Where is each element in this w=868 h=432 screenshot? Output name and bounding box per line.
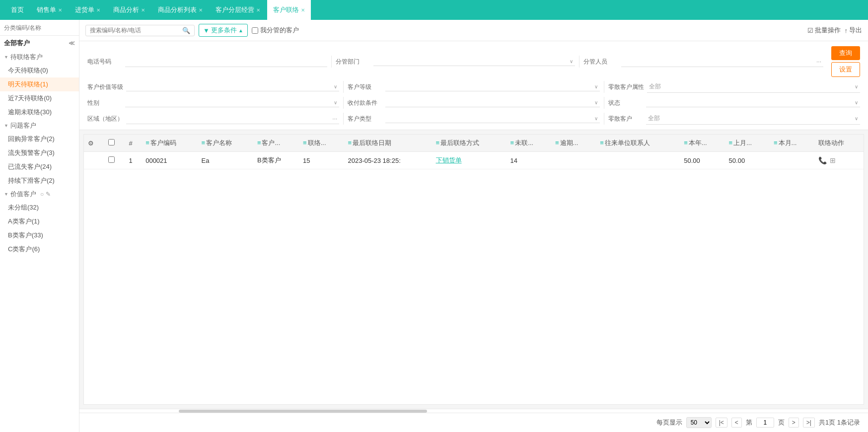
phone-action-icon[interactable]: 📞 — [818, 156, 827, 164]
sidebar-item-churn-warning[interactable]: 流失预警客户(3) — [0, 146, 79, 160]
sidebar-item-classC[interactable]: C类客户(6) — [0, 242, 79, 256]
page-input[interactable] — [756, 418, 774, 428]
first-page-btn[interactable]: |< — [716, 418, 727, 428]
divider-2 — [579, 56, 579, 68]
export-btn[interactable]: ↑ 导出 — [845, 26, 863, 35]
page-size-select[interactable]: 50 100 200 — [686, 417, 712, 428]
next-page-btn[interactable]: > — [789, 418, 799, 428]
sidebar-item-overdue[interactable]: 逾期未联络(30) — [0, 105, 79, 119]
query-btn[interactable]: 查询 — [831, 46, 860, 60]
retail-customer-select[interactable]: 全部∨ — [646, 113, 860, 125]
phone-input[interactable] — [125, 57, 327, 67]
col-contact[interactable]: ≡联络... — [299, 135, 344, 152]
batch-op-icon: ☑ — [807, 27, 813, 34]
customer-table: ⚙ # ≡客户编码 ≡客户名称 ≡客户... ≡联络... ≡最后联络日期 ≡最… — [84, 135, 864, 169]
filter-manager: 分管人员 ··· — [583, 57, 823, 67]
dept-select[interactable]: ∨ — [373, 57, 576, 66]
batch-op-btn[interactable]: ☑ 批量操作 — [807, 26, 841, 35]
col-overdue[interactable]: ≡逾期... — [551, 135, 596, 152]
last-method-link[interactable]: 下销货单 — [436, 156, 462, 164]
main-search-box[interactable]: 🔍 — [85, 25, 195, 36]
nav-sales-close[interactable]: ✕ — [58, 7, 62, 13]
nav-customer-contact[interactable]: 客户联络 ✕ — [267, 0, 311, 20]
nav-customer-contact-close[interactable]: ✕ — [301, 7, 305, 13]
manager-select[interactable]: ··· — [621, 57, 823, 67]
payment-select[interactable]: ∨ — [385, 98, 599, 107]
nav-customer-layer-close[interactable]: ✕ — [256, 7, 260, 13]
total-records: 共1页 1条记录 — [819, 418, 860, 427]
my-customers-checkbox[interactable] — [252, 27, 258, 34]
table-header-row: ⚙ # ≡客户编码 ≡客户名称 ≡客户... ≡联络... ≡最后联络日期 ≡最… — [84, 135, 864, 152]
nav-purchase-close[interactable]: ✕ — [96, 7, 100, 13]
horizontal-scrollbar[interactable] — [79, 409, 868, 413]
main-search-input[interactable] — [90, 27, 180, 34]
col-settings[interactable]: ⚙ — [84, 135, 104, 152]
nav-home[interactable]: 首页 — [5, 0, 30, 20]
nav-analysis-list-close[interactable]: ✕ — [199, 7, 203, 13]
col-last-method[interactable]: ≡最后联络方式 — [432, 135, 506, 152]
sidebar-search-box[interactable]: 🔍 — [0, 20, 79, 36]
sidebar-item-7days[interactable]: 近7天待联络(0) — [0, 91, 79, 105]
prev-page-btn[interactable]: < — [731, 418, 742, 428]
all-customers-header[interactable]: 全部客户 ≪ — [0, 36, 79, 51]
sidebar-item-tomorrow[interactable]: 明天待联络(1) — [0, 77, 79, 91]
sidebar-item-declining[interactable]: 持续下滑客户(2) — [0, 174, 79, 188]
nav-purchase[interactable]: 进货单 ✕ — [69, 0, 106, 20]
region-select[interactable]: ··· — [126, 114, 339, 124]
status-label: 状态 — [608, 99, 643, 107]
filter-phone: 电话号码 — [87, 57, 327, 67]
nav-analysis-list[interactable]: 商品分析列表 ✕ — [152, 0, 209, 20]
customer-level-select[interactable]: ∨ — [385, 82, 599, 91]
scrollbar-thumb[interactable] — [179, 410, 427, 413]
problem-customers-group[interactable]: 问题客户 — [0, 119, 79, 132]
value-customers-group[interactable]: 价值客户 ○ ✎ — [0, 188, 79, 201]
batch-op-label: 批量操作 — [815, 26, 841, 35]
main-search-icon[interactable]: 🔍 — [182, 27, 190, 34]
nav-analysis-close[interactable]: ✕ — [141, 7, 145, 13]
status-select[interactable]: ∨ — [646, 98, 860, 107]
pending-contact-group[interactable]: 待联络客户 — [0, 51, 79, 64]
customer-type-select[interactable]: ∨ — [385, 114, 599, 123]
col-unit-contact[interactable]: ≡往来单位联系人 — [596, 135, 680, 152]
divider-7 — [343, 113, 344, 125]
customer-value-select[interactable]: ∨ — [126, 82, 339, 91]
col-uncontacted[interactable]: ≡未联... — [506, 135, 551, 152]
sidebar-search-input[interactable] — [4, 24, 78, 31]
setting-btn[interactable]: 设置 — [831, 62, 860, 77]
gender-select[interactable]: ∨ — [125, 98, 339, 107]
nav-customer-layer-label: 客户分层经营 — [216, 5, 254, 14]
sidebar-item-ungrouped[interactable]: 未分组(32) — [0, 201, 79, 215]
divider-5 — [343, 97, 344, 109]
col-this-month[interactable]: ≡本月... — [770, 135, 814, 152]
col-last-month[interactable]: ≡上月... — [725, 135, 770, 152]
nav-customer-layer[interactable]: 客户分层经营 ✕ — [210, 0, 266, 20]
nav-sales[interactable]: 销售单 ✕ — [31, 0, 68, 20]
more-filter-btn[interactable]: ▼ 更多条件 ▲ — [199, 24, 248, 37]
col-this-year[interactable]: ≡本年... — [680, 135, 724, 152]
sidebar-item-churned[interactable]: 已流失客户(24) — [0, 160, 79, 174]
row-checkbox[interactable] — [108, 156, 115, 163]
nav-analysis[interactable]: 商品分析 ✕ — [107, 0, 151, 20]
sidebar-item-classB[interactable]: B类客户(33) — [0, 228, 79, 242]
cell-checkbox[interactable] — [104, 152, 125, 169]
cell-uncontacted: 14 — [506, 152, 551, 169]
my-customers-checkbox-label[interactable]: 我分管的客户 — [252, 26, 299, 35]
last-page-btn[interactable]: >| — [803, 418, 815, 428]
divider-8 — [604, 113, 604, 125]
select-all-checkbox[interactable] — [108, 139, 115, 145]
filter-region: 区域（地区） ··· — [87, 114, 339, 124]
retail-attr-select[interactable]: 全部∨ — [647, 81, 860, 93]
col-name[interactable]: ≡客户名称 — [198, 135, 253, 152]
sidebar-item-today[interactable]: 今天待联络(0) — [0, 64, 79, 77]
col-code[interactable]: ≡客户编码 — [142, 135, 197, 152]
region-label: 区域（地区） — [87, 115, 123, 123]
sidebar-item-classA[interactable]: A类客户(1) — [0, 215, 79, 228]
sidebar-item-abnormal[interactable]: 回购异常客户(2) — [0, 132, 79, 146]
grid-action-icon[interactable]: ⊞ — [830, 156, 836, 164]
col-last-date[interactable]: ≡最后联络日期 — [344, 135, 432, 152]
cell-last-method[interactable]: 下销货单 — [432, 152, 506, 169]
col-checkbox[interactable] — [104, 135, 125, 152]
collapse-icon[interactable]: ≪ — [69, 40, 75, 47]
col-type[interactable]: ≡客户... — [253, 135, 299, 152]
nav-purchase-label: 进货单 — [75, 5, 94, 14]
